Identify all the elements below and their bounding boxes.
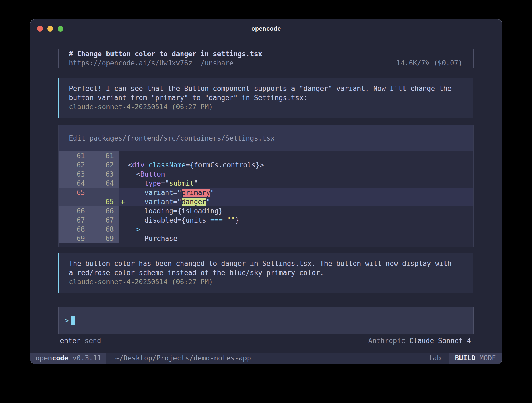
diff-row: 6161 bbox=[59, 151, 473, 161]
unshare-command: /unshare bbox=[201, 59, 233, 68]
diff-row: 6969 Purchase bbox=[59, 234, 473, 243]
message-text: a red/rose color scheme instead of the b… bbox=[69, 268, 473, 277]
line-number-new: 62 bbox=[85, 161, 114, 170]
diff-rows: 61616262<div className={formCs.controls}… bbox=[59, 151, 473, 247]
diff-marker bbox=[119, 225, 128, 234]
diff-marker bbox=[119, 216, 128, 225]
diff-right-bar bbox=[473, 125, 474, 247]
prompt-symbol: > bbox=[65, 317, 69, 324]
session-title: # Change button color to danger in setti… bbox=[69, 49, 473, 59]
mode-badge[interactable]: BUILD MODE bbox=[449, 353, 502, 364]
diff-panel: Edit packages/frontend/src/containers/Se… bbox=[58, 125, 474, 247]
assistant-message: The button color has been changed to dan… bbox=[58, 253, 474, 293]
hints-row: enter send Anthropic Claude Sonnet 4 bbox=[58, 336, 474, 345]
line-number-old: 61 bbox=[59, 151, 85, 161]
line-number-old: 64 bbox=[59, 179, 85, 188]
app-name-prefix: open bbox=[35, 354, 52, 362]
token-stats: 14.6K/7% ($0.07) bbox=[397, 59, 473, 68]
diff-row: 6464 type="submit" bbox=[59, 179, 473, 188]
code-line: type="submit" bbox=[128, 179, 473, 188]
assistant-message: Perfect! I can see that the Button compo… bbox=[58, 78, 474, 118]
diff-row: 6868 > bbox=[59, 225, 473, 234]
diff-marker: - bbox=[119, 188, 128, 197]
provider-label: Anthropic bbox=[368, 337, 405, 345]
line-number-old: 69 bbox=[59, 234, 85, 243]
input-cursor bbox=[71, 316, 75, 325]
session-header: # Change button color to danger in setti… bbox=[58, 49, 474, 68]
tab-hint: tab bbox=[428, 354, 441, 362]
diff-row: 65+ variant="danger" bbox=[59, 197, 473, 206]
traffic-lights bbox=[37, 19, 63, 38]
minimize-button[interactable] bbox=[47, 26, 53, 32]
code-line: variant="danger" bbox=[128, 197, 473, 206]
line-number-old: 63 bbox=[59, 170, 85, 179]
diff-row: 6262<div className={formCs.controls}> bbox=[59, 161, 473, 170]
line-number-new: 66 bbox=[85, 206, 114, 216]
line-number-new: 63 bbox=[85, 170, 114, 179]
code-line: variant="primary" bbox=[128, 188, 473, 197]
mode-suffix: MODE bbox=[479, 354, 496, 362]
diff-marker bbox=[119, 234, 128, 243]
code-line: Purchase bbox=[128, 234, 473, 243]
app-version: v0.3.11 bbox=[73, 354, 101, 362]
line-number-old: 65 bbox=[59, 188, 85, 197]
session-header-right-bar bbox=[473, 49, 474, 68]
code-line: loading={isLoading} bbox=[128, 206, 473, 216]
line-number-new: 61 bbox=[85, 151, 114, 161]
line-number-old bbox=[59, 197, 85, 206]
diff-row: 65- variant="primary" bbox=[59, 188, 473, 197]
send-action-hint: send bbox=[85, 336, 101, 345]
diff-marker bbox=[119, 161, 128, 170]
line-number-new: 67 bbox=[85, 216, 114, 225]
message-text: Perfect! I can see that the Button compo… bbox=[69, 84, 473, 93]
close-button[interactable] bbox=[37, 26, 43, 32]
line-number-old: 62 bbox=[59, 161, 85, 170]
line-number-new bbox=[85, 188, 114, 197]
diff-marker bbox=[119, 206, 128, 216]
enter-key-hint: enter bbox=[60, 336, 80, 345]
diff-marker bbox=[119, 170, 128, 179]
prompt-input[interactable]: > bbox=[58, 307, 474, 334]
line-number-new: 69 bbox=[85, 234, 114, 243]
line-number-old: 68 bbox=[59, 225, 85, 234]
diff-file-header: Edit packages/frontend/src/containers/Se… bbox=[59, 125, 473, 151]
cwd-path: ~/Desktop/Projects/demo-notes-app bbox=[115, 354, 251, 362]
line-number-new: 64 bbox=[85, 179, 114, 188]
code-line: <div className={formCs.controls}> bbox=[128, 161, 473, 170]
message-text: The button color has been changed to dan… bbox=[69, 259, 473, 268]
opencode-terminal-window: opencode # Change button color to danger… bbox=[30, 19, 502, 364]
app-version-badge: opencode v0.3.11 bbox=[30, 353, 106, 364]
zoom-button[interactable] bbox=[58, 26, 63, 32]
diff-row: 6666 loading={isLoading} bbox=[59, 206, 473, 216]
model-timestamp: claude-sonnet-4-20250514 (06:27 PM) bbox=[69, 102, 473, 112]
input-right-bar bbox=[473, 307, 474, 334]
code-line: disabled={units === ""} bbox=[128, 216, 473, 225]
line-number-old: 67 bbox=[59, 216, 85, 225]
mode-name: BUILD bbox=[455, 354, 475, 362]
diff-marker bbox=[119, 151, 128, 161]
diff-marker bbox=[119, 179, 128, 188]
diff-row: 6767 disabled={units === ""} bbox=[59, 216, 473, 225]
share-url: https://opencode.ai/s/UwJxv76z bbox=[69, 59, 192, 68]
line-number-new: 68 bbox=[85, 225, 114, 234]
message-text: button variant from "primary" to "danger… bbox=[69, 93, 473, 102]
code-line bbox=[128, 151, 473, 161]
window-title: opencode bbox=[251, 25, 281, 32]
code-line: > bbox=[128, 225, 473, 234]
status-bar: opencode v0.3.11 ~/Desktop/Projects/demo… bbox=[30, 353, 502, 364]
app-name-suffix: code bbox=[52, 354, 69, 362]
line-number-old: 66 bbox=[59, 206, 85, 216]
code-line: <Button bbox=[128, 170, 473, 179]
model-label: Claude Sonnet 4 bbox=[409, 337, 471, 345]
diff-row: 6363 <Button bbox=[59, 170, 473, 179]
diff-marker: + bbox=[119, 197, 128, 206]
line-number-new: 65 bbox=[85, 197, 114, 206]
titlebar: opencode bbox=[30, 19, 502, 38]
model-timestamp: claude-sonnet-4-20250514 (06:27 PM) bbox=[69, 277, 473, 287]
